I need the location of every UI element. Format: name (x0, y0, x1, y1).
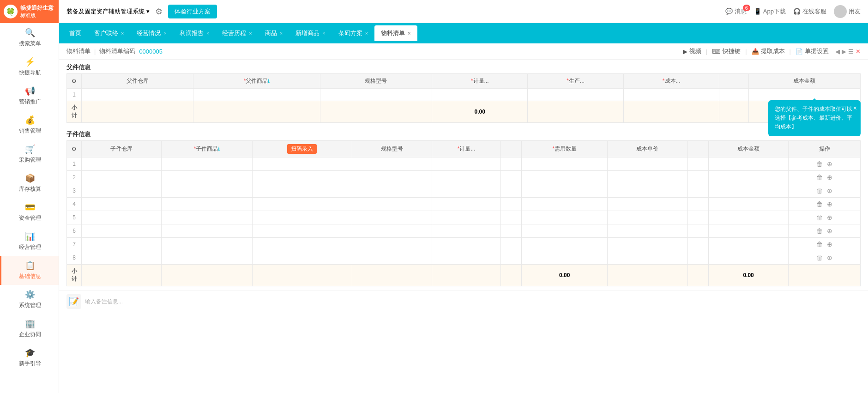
dropdown-arrow-icon: ▾ (146, 8, 150, 15)
bottom-bar: 📝 输入备注信息... (59, 290, 868, 313)
copy-row-btn[interactable]: ⊕ (826, 174, 834, 181)
tab-close-new-goods[interactable]: × (322, 30, 325, 36)
close-window-icon[interactable]: ✕ (856, 48, 861, 55)
nav-tab-operations-status[interactable]: 经营情况× (130, 25, 173, 41)
sidebar-item-operations[interactable]: 📊 经营管理 (0, 227, 59, 256)
tab-close-goods[interactable]: × (280, 30, 283, 36)
child-section-title: 子件信息 (66, 127, 861, 140)
delete-row-btn[interactable]: 🗑 (815, 227, 824, 235)
tab-close-customer[interactable]: × (121, 30, 124, 36)
child-col-settings[interactable]: ⚙ (67, 141, 82, 157)
delete-row-btn[interactable]: 🗑 (815, 241, 824, 248)
table-row: 3 🗑 ⊕ (67, 184, 861, 198)
avatar (834, 5, 847, 18)
finance-icon: 💳 (25, 202, 35, 212)
sidebar-item-sales[interactable]: 💰 销售管理 (0, 110, 59, 139)
sidebar-item-label: 搜索菜单 (19, 40, 41, 48)
table-row: 8 🗑 ⊕ (67, 251, 861, 265)
nav-prev-icon[interactable]: ◀ (835, 48, 840, 55)
scan-input-button[interactable]: 扫码录入 (287, 144, 317, 154)
tab-close-barcode[interactable]: × (365, 30, 368, 36)
tooltip-close-btn[interactable]: × (853, 103, 857, 113)
sidebar-item-label: 经营管理 (19, 243, 41, 251)
online-service-button[interactable]: 🎧 在线客服 (793, 7, 826, 16)
parent-col-warehouse: 父件仓库 (82, 74, 193, 89)
single-settings-button[interactable]: 📄 单据设置 (796, 47, 829, 55)
delete-row-btn[interactable]: 🗑 (815, 187, 824, 194)
sidebar-item-purchase[interactable]: 🛒 采购管理 (0, 139, 59, 169)
copy-row-btn[interactable]: ⊕ (826, 160, 834, 168)
message-button[interactable]: 💬 消息 6 (725, 7, 747, 16)
delete-row-btn[interactable]: 🗑 (815, 174, 824, 181)
sidebar-item-enterprise[interactable]: 🏢 企业协同 (0, 314, 59, 343)
tab-close-operations-history[interactable]: × (249, 30, 252, 36)
nav-tab-goods[interactable]: 商品× (259, 25, 289, 41)
table-row: 4 🗑 ⊕ (67, 198, 861, 211)
headset-icon: 🎧 (793, 8, 801, 15)
child-col-goods: *子件商品ℹ (162, 141, 253, 157)
sidebar-item-quick-nav[interactable]: ⚡ 快捷导航 (0, 52, 59, 81)
tab-close-profit-report[interactable]: × (206, 30, 209, 36)
parent-table: ⚙ 父件仓库 *父件商品ℹ 规格型号 *计量... *生产... *成本... … (66, 73, 861, 123)
newbie-icon: 🎓 (25, 348, 35, 358)
settings-icon[interactable]: ⚙ (155, 6, 163, 17)
tab-label: 物料清单 (381, 29, 405, 37)
tab-label: 首页 (69, 29, 81, 37)
sidebar-menu: 🔍 搜索菜单⚡ 快捷导航📢 营销推广💰 销售管理🛒 采购管理📦 库存核算💳 资金… (0, 23, 59, 393)
sidebar-item-label: 销售管理 (19, 127, 41, 135)
sidebar-item-system[interactable]: ⚙️ 系统管理 (0, 285, 59, 314)
nav-tab-new-goods[interactable]: 新增商品× (289, 25, 332, 41)
nav-tab-home[interactable]: 首页 (63, 25, 88, 41)
user-menu[interactable]: 用友 (834, 5, 861, 18)
breadcrumb: 物料清单 | 物料清单编码 0000005 (66, 47, 163, 55)
view-button[interactable]: ▶ 视频 (683, 47, 701, 55)
copy-row-btn[interactable]: ⊕ (826, 241, 834, 248)
sidebar-item-marketing[interactable]: 📢 营销推广 (0, 81, 59, 110)
copy-row-btn[interactable]: ⊕ (826, 187, 834, 194)
breadcrumb-bom[interactable]: 物料清单 (66, 47, 90, 55)
nav-tab-profit-report[interactable]: 利润报告× (173, 25, 216, 41)
keyboard-icon: ⌨ (712, 48, 721, 55)
breadcrumb-code-value: 0000005 (139, 48, 163, 55)
sidebar-item-inventory[interactable]: 📦 库存核算 (0, 169, 59, 198)
shortcut-button[interactable]: ⌨ 快捷键 (712, 47, 741, 55)
copy-row-btn[interactable]: ⊕ (826, 254, 834, 261)
basic-info-icon: 📋 (25, 260, 35, 271)
copy-row-btn[interactable]: ⊕ (826, 200, 834, 208)
experience-button[interactable]: 体验行业方案 (168, 5, 217, 18)
tab-label: 利润报告 (180, 29, 204, 37)
parent-col-settings[interactable]: ⚙ (67, 74, 82, 89)
copy-row-btn[interactable]: ⊕ (826, 214, 834, 221)
sidebar-item-label: 库存核算 (19, 185, 41, 193)
nav-list-icon[interactable]: ☰ (848, 48, 854, 55)
sidebar-item-basic-info[interactable]: 📋 基础信息 (0, 256, 59, 285)
nav-tab-operations-history[interactable]: 经营历程× (216, 25, 258, 41)
sidebar-item-search[interactable]: 🔍 搜索菜单 (0, 23, 59, 52)
sidebar-item-newbie[interactable]: 🎓 新手引导 (0, 343, 59, 372)
app-download-button[interactable]: 📱 App下载 (754, 7, 786, 16)
system-title[interactable]: 装备及固定资产辅助管理系统 ▾ (66, 7, 150, 16)
tab-close-operations-status[interactable]: × (163, 30, 166, 36)
delete-row-btn[interactable]: 🗑 (815, 214, 824, 221)
header-left: 装备及固定资产辅助管理系统 ▾ ⚙ 体验行业方案 (66, 5, 217, 18)
child-col-scan[interactable]: 扫码录入 (252, 141, 352, 157)
nav-tab-customer[interactable]: 客户联络× (88, 25, 130, 41)
phone-icon: 📱 (754, 8, 761, 15)
child-col-action: 操作 (789, 141, 861, 157)
nav-next-icon[interactable]: ▶ (842, 48, 846, 55)
delete-row-btn[interactable]: 🗑 (815, 200, 824, 208)
nav-tab-bom[interactable]: 物料清单× (374, 25, 417, 41)
sidebar-item-finance[interactable]: 💳 资金管理 (0, 198, 59, 227)
operations-icon: 📊 (25, 231, 35, 242)
extract-cost-button[interactable]: 📥 提取成本 (752, 47, 785, 55)
toolbar: ▶ 视频 | ⌨ 快捷键 | 📥 提取成本 | 📄 单据设置 (683, 47, 861, 55)
content-wrapper: × 您的父件、子件的成本取值可以选择【参考成本、最新进价、平均成本】 父件信息 … (59, 60, 868, 393)
tab-label: 条码方案 (338, 29, 362, 37)
delete-row-btn[interactable]: 🗑 (815, 160, 824, 168)
nav-tab-barcode[interactable]: 条码方案× (332, 25, 374, 41)
table-row: 1 (67, 89, 861, 101)
delete-row-btn[interactable]: 🗑 (815, 254, 824, 261)
sidebar-item-label: 新手引导 (19, 360, 41, 368)
copy-row-btn[interactable]: ⊕ (826, 227, 834, 235)
tab-close-bom[interactable]: × (408, 30, 410, 36)
